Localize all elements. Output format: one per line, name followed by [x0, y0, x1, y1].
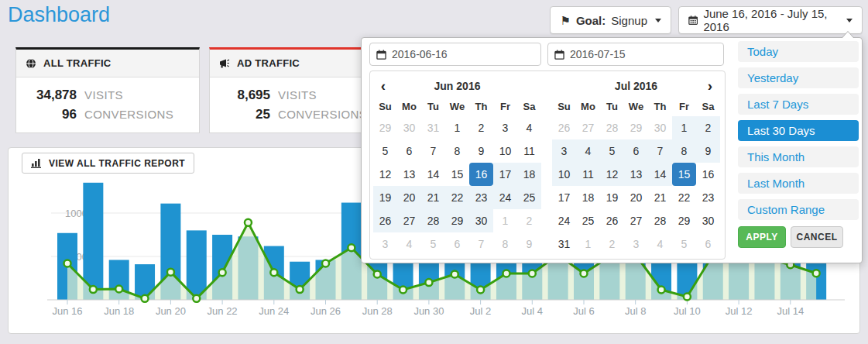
day-cell-17[interactable]: 17: [552, 186, 576, 209]
day-cell-4[interactable]: 4: [517, 116, 541, 139]
day-cell-14[interactable]: 14: [648, 163, 672, 186]
day-cell-5[interactable]: 5: [672, 232, 696, 256]
day-cell-22[interactable]: 22: [445, 186, 469, 209]
view-all-traffic-report-button[interactable]: VIEW ALL TRAFFIC REPORT: [22, 153, 194, 174]
day-cell-27[interactable]: 27: [397, 209, 421, 232]
day-cell-28[interactable]: 28: [600, 116, 624, 139]
day-cell-4[interactable]: 4: [397, 232, 421, 256]
day-cell-18[interactable]: 18: [576, 186, 600, 209]
next-month-chevron[interactable]: ›: [700, 76, 720, 96]
day-cell-6[interactable]: 6: [445, 232, 469, 256]
day-cell-4[interactable]: 4: [576, 139, 600, 163]
day-cell-29[interactable]: 29: [672, 209, 696, 232]
preset-custom-range[interactable]: Custom Range: [738, 199, 859, 220]
day-cell-28[interactable]: 28: [648, 209, 672, 232]
day-cell-2[interactable]: 2: [600, 232, 624, 256]
day-cell-25[interactable]: 25: [517, 186, 541, 209]
apply-button[interactable]: APPLY: [738, 226, 786, 248]
day-cell-27[interactable]: 27: [576, 116, 600, 139]
day-cell-30[interactable]: 30: [696, 209, 720, 232]
day-cell-24[interactable]: 24: [493, 186, 517, 209]
day-cell-12[interactable]: 12: [373, 163, 397, 186]
day-cell-5[interactable]: 5: [421, 232, 445, 256]
day-cell-18[interactable]: 18: [517, 163, 541, 186]
day-cell-16[interactable]: 16: [469, 163, 493, 186]
day-cell-22[interactable]: 22: [672, 186, 696, 209]
day-cell-21[interactable]: 21: [421, 186, 445, 209]
day-cell-3[interactable]: 3: [624, 232, 648, 256]
day-cell-27[interactable]: 27: [624, 209, 648, 232]
day-cell-29[interactable]: 29: [624, 116, 648, 139]
day-cell-26[interactable]: 26: [600, 209, 624, 232]
day-cell-29[interactable]: 29: [445, 209, 469, 232]
day-cell-2[interactable]: 2: [696, 116, 720, 139]
day-cell-21[interactable]: 21: [648, 186, 672, 209]
day-cell-11[interactable]: 11: [517, 139, 541, 163]
day-cell-26[interactable]: 26: [373, 209, 397, 232]
day-cell-1[interactable]: 1: [672, 116, 696, 139]
day-cell-24[interactable]: 24: [552, 209, 576, 232]
day-cell-5[interactable]: 5: [600, 139, 624, 163]
day-cell-1[interactable]: 1: [493, 209, 517, 232]
day-cell-31[interactable]: 31: [421, 116, 445, 139]
day-cell-28[interactable]: 28: [421, 209, 445, 232]
day-cell-5[interactable]: 5: [373, 139, 397, 163]
start-date-input[interactable]: [392, 48, 508, 60]
preset-last-7-days[interactable]: Last 7 Days: [738, 94, 859, 115]
day-cell-6[interactable]: 6: [397, 139, 421, 163]
day-cell-7[interactable]: 7: [469, 232, 493, 256]
day-cell-9[interactable]: 9: [517, 232, 541, 256]
day-cell-9[interactable]: 9: [696, 139, 720, 163]
day-cell-31[interactable]: 31: [552, 232, 576, 256]
day-cell-30[interactable]: 30: [469, 209, 493, 232]
day-cell-8[interactable]: 8: [445, 139, 469, 163]
day-cell-3[interactable]: 3: [493, 116, 517, 139]
day-cell-13[interactable]: 13: [397, 163, 421, 186]
day-cell-10[interactable]: 10: [493, 139, 517, 163]
day-cell-3[interactable]: 3: [552, 139, 576, 163]
day-cell-1[interactable]: 1: [576, 232, 600, 256]
day-cell-14[interactable]: 14: [421, 163, 445, 186]
day-cell-13[interactable]: 13: [624, 163, 648, 186]
cancel-button[interactable]: CANCEL: [791, 226, 843, 248]
end-date-input[interactable]: [570, 48, 686, 60]
day-cell-8[interactable]: 8: [672, 139, 696, 163]
daterange-dropdown-button[interactable]: June 16, 2016 - July 15, 2016: [678, 6, 863, 34]
day-cell-6[interactable]: 6: [696, 232, 720, 256]
day-cell-9[interactable]: 9: [469, 139, 493, 163]
day-cell-12[interactable]: 12: [600, 163, 624, 186]
preset-yesterday[interactable]: Yesterday: [738, 67, 859, 88]
day-cell-19[interactable]: 19: [373, 186, 397, 209]
day-cell-20[interactable]: 20: [397, 186, 421, 209]
day-cell-17[interactable]: 17: [493, 163, 517, 186]
goal-dropdown-button[interactable]: ⚑ Goal: Signup: [550, 6, 671, 34]
day-cell-15[interactable]: 15: [445, 163, 469, 186]
day-cell-3[interactable]: 3: [373, 232, 397, 256]
day-cell-4[interactable]: 4: [648, 232, 672, 256]
day-cell-29[interactable]: 29: [373, 116, 397, 139]
day-cell-25[interactable]: 25: [576, 209, 600, 232]
day-cell-15[interactable]: 15: [672, 163, 696, 186]
day-cell-2[interactable]: 2: [469, 116, 493, 139]
preset-last-month[interactable]: Last Month: [738, 173, 859, 194]
day-cell-10[interactable]: 10: [552, 163, 576, 186]
day-cell-11[interactable]: 11: [576, 163, 600, 186]
day-cell-19[interactable]: 19: [600, 186, 624, 209]
day-cell-7[interactable]: 7: [421, 139, 445, 163]
day-cell-7[interactable]: 7: [648, 139, 672, 163]
prev-month-chevron[interactable]: ‹: [373, 76, 393, 96]
day-cell-1[interactable]: 1: [445, 116, 469, 139]
day-cell-23[interactable]: 23: [696, 186, 720, 209]
day-cell-2[interactable]: 2: [517, 209, 541, 232]
day-cell-30[interactable]: 30: [648, 116, 672, 139]
day-cell-16[interactable]: 16: [696, 163, 720, 186]
day-cell-30[interactable]: 30: [397, 116, 421, 139]
day-cell-26[interactable]: 26: [552, 116, 576, 139]
preset-this-month[interactable]: This Month: [738, 146, 859, 167]
preset-today[interactable]: Today: [738, 41, 859, 62]
day-cell-8[interactable]: 8: [493, 232, 517, 256]
preset-last-30-days[interactable]: Last 30 Days: [738, 120, 859, 141]
day-cell-20[interactable]: 20: [624, 186, 648, 209]
day-cell-23[interactable]: 23: [469, 186, 493, 209]
day-cell-6[interactable]: 6: [624, 139, 648, 163]
